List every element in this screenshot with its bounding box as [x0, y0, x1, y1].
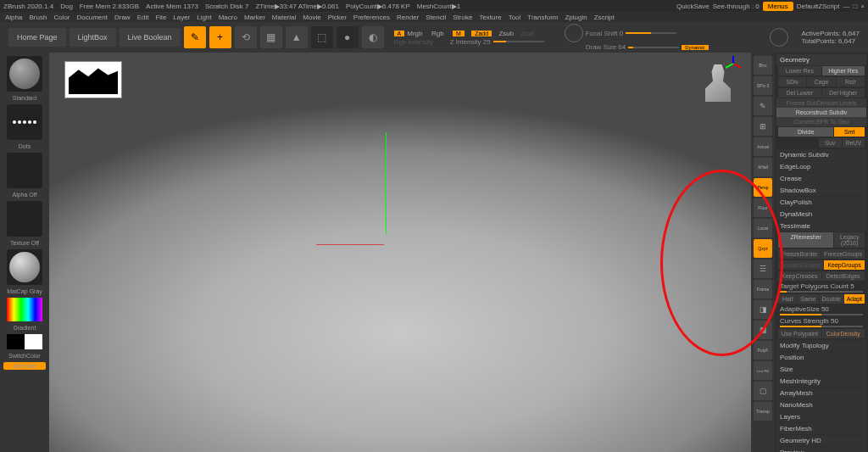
menu-texture[interactable]: Texture: [479, 14, 501, 21]
quicksave-button[interactable]: QuickSave: [676, 3, 709, 10]
menu-layer[interactable]: Layer: [173, 14, 190, 21]
brush-thumb[interactable]: [7, 56, 42, 92]
size-section[interactable]: Size: [776, 364, 866, 375]
menu-picker[interactable]: Picker: [328, 14, 347, 21]
alternate-button[interactable]: Alternate: [3, 362, 46, 370]
drawsize-slider[interactable]: Draw Size 64: [586, 43, 626, 51]
layers-section[interactable]: Layers: [776, 411, 866, 422]
menu-stencil[interactable]: Stencil: [426, 14, 446, 21]
contrast-icon[interactable]: ◐: [362, 26, 384, 48]
menu-stroke[interactable]: Stroke: [453, 14, 472, 21]
menu-material[interactable]: Material: [272, 14, 296, 21]
move-view-icon[interactable]: ◨: [754, 300, 772, 319]
sdiv-slider[interactable]: SDiv: [778, 77, 806, 86]
qxyz-button[interactable]: Qxyz: [754, 239, 772, 258]
move-icon[interactable]: ⟲: [235, 26, 257, 48]
dynamicsubdiv-section[interactable]: Dynamic Subdiv: [776, 149, 866, 160]
scroll-icon[interactable]: ✎: [754, 97, 772, 115]
keepgroups-toggle[interactable]: KeepGroups: [824, 260, 865, 270]
lightbox-button[interactable]: LightBox: [70, 28, 116, 47]
stroke-thumb[interactable]: [7, 104, 42, 140]
xpose-icon[interactable]: ☰: [754, 259, 772, 278]
higherres-button[interactable]: Higher Res: [822, 66, 865, 75]
minimize-icon[interactable]: —: [843, 3, 849, 10]
m-toggle[interactable]: M: [453, 31, 465, 36]
half-button[interactable]: Half: [778, 294, 797, 304]
close-icon[interactable]: ×: [860, 3, 865, 10]
fibermesh-section[interactable]: FiberMesh: [776, 423, 866, 434]
convertbpr-button[interactable]: Convert BPR To Geo: [776, 117, 866, 126]
stats-dial[interactable]: [770, 28, 788, 47]
zadd-button[interactable]: Zadd: [471, 31, 492, 36]
sculptris-icon[interactable]: ●: [337, 26, 359, 48]
detectedges-toggle[interactable]: DetectEdges: [822, 271, 865, 281]
local-button[interactable]: Local: [754, 219, 772, 237]
polypaint-toggle[interactable]: Use Polypaint: [778, 329, 821, 338]
lowerres-button[interactable]: Lower Res: [778, 66, 821, 75]
double-button[interactable]: Double: [820, 294, 843, 304]
shadowbox-section[interactable]: ShadowBox: [776, 185, 866, 196]
suv-toggle[interactable]: Suv: [819, 138, 842, 148]
smt-toggle[interactable]: Smt: [834, 127, 865, 137]
frame-button[interactable]: Frame: [754, 280, 772, 299]
draw-icon[interactable]: +: [209, 26, 231, 48]
focal-dial[interactable]: [565, 24, 583, 42]
alpha-thumb[interactable]: [7, 153, 42, 188]
panel-header[interactable]: Geometry: [776, 54, 866, 65]
menu-transform[interactable]: Transform: [527, 14, 558, 21]
tessimate-section[interactable]: Tessimate: [776, 220, 866, 232]
reconstruct-button[interactable]: Reconstruct Subdiv: [776, 108, 866, 117]
menu-color[interactable]: Color: [53, 14, 70, 21]
spix-button[interactable]: SPix 3: [754, 76, 772, 95]
crease-section[interactable]: Crease: [776, 173, 866, 184]
menu-draw[interactable]: Draw: [114, 14, 131, 21]
gizmo-icon[interactable]: ⬚: [311, 26, 333, 48]
ahalf-button[interactable]: AHalf: [754, 158, 772, 176]
a-toggle[interactable]: A: [394, 31, 405, 36]
dynamic-toggle[interactable]: Dynamic: [682, 45, 708, 50]
polyf-button[interactable]: PolyF: [754, 341, 772, 360]
solo-icon[interactable]: ▢: [754, 382, 772, 400]
geometryhd-section[interactable]: Geometry HD: [776, 435, 866, 446]
scale-icon[interactable]: ▦: [260, 26, 282, 48]
menu-tool[interactable]: Tool: [509, 14, 521, 21]
floor-button[interactable]: Floor: [754, 198, 772, 217]
colordensity-slider[interactable]: ColorDensity: [822, 329, 865, 338]
rotate-icon[interactable]: ▲: [286, 26, 308, 48]
menu-brush[interactable]: Brush: [29, 14, 47, 21]
divide-button[interactable]: Divide: [778, 127, 833, 137]
meshintegrity-section[interactable]: MeshIntegrity: [776, 376, 866, 387]
legacy-button[interactable]: Legacy (2018): [834, 232, 865, 248]
zcut-button[interactable]: Zcut: [520, 30, 534, 37]
linefill-button[interactable]: Line Fill: [754, 361, 772, 380]
rstr-button[interactable]: Rstr: [837, 77, 865, 86]
freezeborder-toggle[interactable]: FreezeBorder: [778, 249, 821, 259]
alpha-preview[interactable]: [64, 61, 122, 98]
cage-button[interactable]: Cage: [807, 77, 835, 86]
dellower-button[interactable]: Del Lower: [778, 88, 821, 98]
persp-button[interactable]: Persp: [754, 178, 772, 197]
actual-button[interactable]: Actual: [754, 137, 772, 156]
material-thumb[interactable]: [7, 249, 42, 285]
freezesubdiv-button[interactable]: Freeze SubDivision Levels: [776, 98, 866, 108]
home-button[interactable]: Home Page: [8, 28, 66, 47]
zintensity-slider[interactable]: Z Intensity 25: [450, 38, 491, 46]
zoom3d-icon[interactable]: ▦: [754, 321, 772, 339]
focalshift-slider[interactable]: Focal Shift 0: [586, 30, 623, 37]
preview-section[interactable]: Preview: [776, 447, 866, 452]
freezegroups-toggle[interactable]: FreezeGroups: [821, 249, 865, 259]
menu-alpha[interactable]: Alpha: [5, 14, 22, 21]
arraymesh-section[interactable]: ArrayMesh: [776, 388, 866, 399]
switchcolor-swatch[interactable]: [7, 334, 42, 349]
menu-zscript[interactable]: Zscript: [594, 14, 615, 21]
smoothgroups-slider[interactable]: SmoothGroups: [778, 260, 823, 270]
zsub-button[interactable]: Zsub: [498, 30, 514, 37]
menu-zplugin[interactable]: Zplugin: [565, 14, 587, 21]
edgeloop-section[interactable]: EdgeLoop: [776, 161, 866, 172]
default-script[interactable]: DefaultZScript: [797, 3, 840, 10]
keepcreases-toggle[interactable]: KeepCreases: [778, 271, 821, 281]
seethrough-slider[interactable]: See-through : 0: [713, 3, 760, 10]
bpr-button[interactable]: Bru: [754, 56, 772, 75]
liveboolean-button[interactable]: Live Boolean: [120, 28, 181, 47]
menu-render[interactable]: Render: [397, 14, 419, 21]
